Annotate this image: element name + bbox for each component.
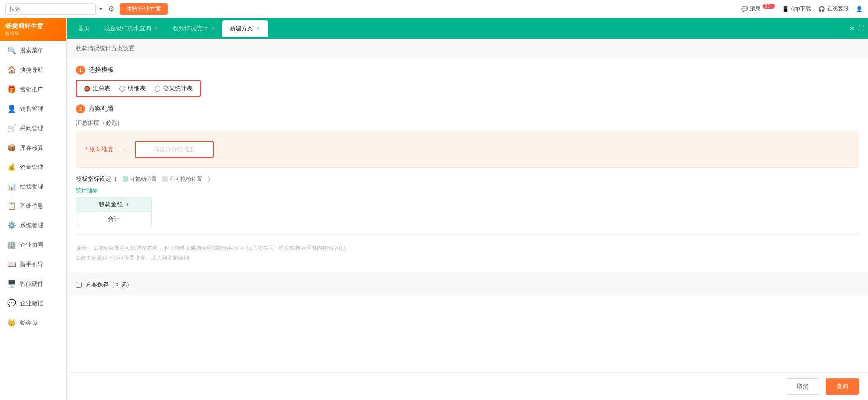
hardware-icon: 🖥️ (7, 279, 16, 288)
support-label: 在线客服 (827, 5, 849, 13)
step2-badge: 2 (76, 104, 85, 113)
finance-icon: 💰 (7, 163, 16, 171)
user-item[interactable]: 👤 (856, 6, 863, 12)
wechat-icon: 💬 (7, 299, 16, 307)
sidebar-item-purchase[interactable]: 🛒 采购管理 (0, 118, 66, 138)
tab-cashflow[interactable]: 现金银行流水查询 ✕ (97, 20, 165, 37)
guide-icon: 📖 (7, 260, 16, 268)
sidebar-item-basic-info[interactable]: 📋 基础信息 (0, 196, 66, 216)
support-item[interactable]: 🎧 在线客服 (818, 5, 849, 13)
tab-home-label: 首页 (78, 24, 90, 33)
tab-home[interactable]: 首页 (71, 20, 97, 37)
step1-badge: 1 (76, 66, 85, 75)
message-item[interactable]: 💬 消息 99+ (741, 5, 775, 13)
save-label[interactable]: 方案保存（可选） (85, 281, 132, 289)
tab-new-plan[interactable]: 新建方案 ✕ (222, 20, 268, 37)
industry-btn[interactable]: 体验行业方案 (120, 3, 168, 15)
page-inner: 收款情况统计方案设置 1 选择模板 汇总表 (67, 39, 868, 372)
vertical-label: * 纵向维度 (85, 146, 113, 154)
tab-cashflow-close[interactable]: ✕ (154, 25, 158, 32)
sidebar-item-member[interactable]: 👑 畅会员 (0, 313, 66, 332)
tab-receipt-stats-close[interactable]: ✕ (211, 25, 215, 32)
stats-label: 统计指标 (76, 187, 859, 194)
dimension-area: * 纵向维度 → 请选择分组维度 (76, 132, 859, 168)
tab-close-btn[interactable]: ✕ (849, 25, 854, 32)
tab-receipt-stats[interactable]: 收款情况统计 ✕ (165, 20, 222, 37)
sidebar-item-inventory[interactable]: 📦 库存核算 (0, 138, 66, 157)
system-icon: ⚙️ (7, 221, 16, 230)
hint-text: 提示： 1.拖动标题栏可以调整布局，不可跨维度或指标区域拖动栏目字段(只能在同一… (76, 240, 859, 267)
sidebar-item-enterprise[interactable]: 🏢 企业协同 (0, 235, 66, 254)
sidebar-label-marketing: 营销推广 (20, 85, 43, 94)
save-checkbox[interactable] (76, 282, 82, 288)
stats-col-label: 收款金额 (99, 200, 123, 208)
message-icon: 💬 (741, 6, 748, 12)
sidebar-label-hardware: 智能硬件 (20, 280, 43, 288)
sidebar-label-quick-nav: 快捷导航 (20, 66, 43, 74)
radio-detail-input[interactable] (119, 86, 125, 92)
sidebar-label-inventory: 库存核算 (20, 144, 43, 152)
legend-movable: 可拖动位置 (123, 175, 157, 183)
radio-detail-label: 明细表 (128, 85, 146, 93)
dimension-row: * 纵向维度 → 请选择分组维度 (85, 141, 849, 158)
indicator-section: 模板指标设定（ 可拖动位置 不可拖动位置 ） (76, 175, 859, 229)
stats-dropdown-arrow[interactable]: ▾ (126, 202, 129, 207)
search-input[interactable] (5, 3, 96, 15)
sidebar-item-wechat[interactable]: 💬 企业微信 (0, 293, 66, 313)
sidebar-item-operations[interactable]: 📊 经营管理 (0, 177, 66, 196)
stats-table: 收款金额 ▾ 合计 (76, 197, 152, 227)
logo-sub: 标准版 (5, 30, 43, 37)
sidebar-label-system: 系统管理 (20, 221, 43, 230)
sales-icon: 👤 (7, 104, 16, 113)
tab-expand-btn[interactable]: ⛶ (858, 25, 864, 32)
top-bar-right: 💬 消息 99+ 📱 App下载 🎧 在线客服 👤 (741, 5, 863, 13)
save-section: 方案保存（可选） (67, 274, 868, 295)
radio-summary[interactable]: 汇总表 (84, 85, 110, 93)
step1-section: 1 选择模板 汇总表 明细表 (67, 58, 868, 104)
tab-new-plan-close[interactable]: ✕ (256, 25, 260, 32)
sidebar-item-search-menu[interactable]: 🔍 搜索菜单 (0, 41, 66, 60)
sidebar-item-quick-nav[interactable]: 🏠 快捷导航 (0, 60, 66, 80)
sidebar-label-wechat: 企业微信 (20, 299, 43, 307)
step2-label: 方案配置 (89, 105, 114, 113)
step1-label: 选择模板 (89, 66, 114, 74)
download-item[interactable]: 📱 App下载 (782, 5, 811, 13)
cancel-button[interactable]: 取消 (786, 378, 820, 395)
marketing-icon: 🎁 (7, 85, 16, 94)
query-button[interactable]: 查询 (826, 378, 859, 395)
inventory-icon: 📦 (7, 143, 16, 152)
sidebar-item-finance[interactable]: 💰 资金管理 (0, 157, 66, 177)
tab-cashflow-label: 现金银行流水查询 (104, 24, 151, 33)
radio-detail[interactable]: 明细表 (119, 85, 146, 93)
logo-text: 畅捷通好生意 (5, 22, 43, 30)
radio-cross-input[interactable] (155, 86, 160, 92)
sidebar-logo: 畅捷通好生意 标准版 (0, 18, 66, 41)
sidebar-label-member: 畅会员 (20, 319, 38, 327)
sidebar-item-marketing[interactable]: 🎁 营销推广 (0, 80, 66, 99)
sidebar-item-hardware[interactable]: 🖥️ 智能硬件 (0, 274, 66, 293)
settings-icon[interactable]: ⚙ (108, 5, 114, 13)
search-area: ▾ ⚙ 体验行业方案 (5, 3, 741, 15)
sidebar-item-guide[interactable]: 📖 新手引导 (0, 254, 66, 274)
tab-bar-right: ✕ ⛶ (849, 25, 864, 32)
dimension-select[interactable]: 请选择分组维度 (135, 141, 214, 158)
operations-icon: 📊 (7, 182, 16, 191)
stats-header[interactable]: 收款金额 ▾ (76, 198, 151, 212)
sidebar-label-basic-info: 基础信息 (20, 202, 43, 210)
dropdown-icon[interactable]: ▾ (99, 5, 103, 12)
divider (76, 234, 859, 235)
sidebar-item-sales[interactable]: 👤 销售管理 (0, 99, 66, 118)
footer-btns: 取消 查询 (67, 372, 868, 400)
message-badge: 99+ (763, 4, 775, 9)
sidebar-item-system[interactable]: ⚙️ 系统管理 (0, 216, 66, 235)
fixed-dot (162, 176, 168, 182)
legend-fixed: 不可拖动位置 (162, 175, 202, 183)
tab-new-plan-label: 新建方案 (230, 24, 253, 33)
sidebar-label-search-menu: 搜索菜单 (20, 47, 43, 55)
quick-nav-icon: 🏠 (7, 66, 16, 74)
download-label: App下载 (791, 5, 811, 13)
radio-cross[interactable]: 交叉统计表 (155, 85, 193, 93)
radio-summary-input[interactable] (84, 86, 90, 92)
stats-cell-total: 合计 (76, 212, 151, 227)
step2-title: 2 方案配置 (76, 104, 859, 113)
